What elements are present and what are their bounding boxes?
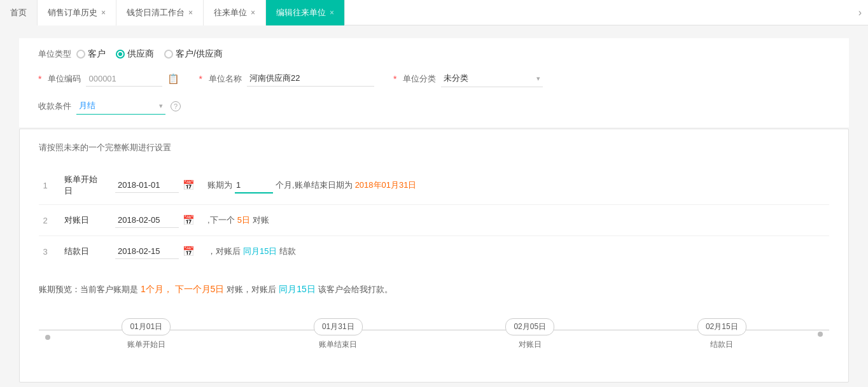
unit-name-input[interactable] <box>247 71 374 87</box>
step-suffix-1: 账期为 个月,账单结束日期为 2018年01月31日 <box>207 178 416 194</box>
unit-category-required: * <box>393 74 396 84</box>
tab-sales-order-history[interactable]: 销售订单历史 × <box>38 0 116 25</box>
unit-category-value: 未分类 <box>444 73 534 84</box>
unit-name-field: * 单位名称 <box>199 71 374 87</box>
tabs-arrow[interactable]: › <box>852 7 868 18</box>
preview-5: 该客户会给我打款。 <box>318 285 393 294</box>
payment-value: 月结 <box>79 100 157 111</box>
tab-partner-label: 往来单位 <box>214 7 247 18</box>
unit-code-copy-icon[interactable]: 📋 <box>167 73 179 85</box>
unit-type-radio-group: 客户 供应商 客户/供应商 <box>76 48 223 60</box>
tab-cash-work-close[interactable]: × <box>188 8 193 17</box>
preview-1: 1个月， <box>141 284 172 294</box>
steps-table: 1 账单开始日 📅 账期为 个月,账单结束日期为 2018年01月31日 2 对… <box>39 166 829 267</box>
unit-category-dropdown[interactable]: 未分类 ▾ <box>441 70 543 87</box>
timeline-label-3: 对账日 <box>519 339 542 350</box>
unit-category-field: * 单位分类 未分类 ▾ <box>393 70 543 87</box>
step-date-group-3: 📅 <box>115 244 195 259</box>
tabs-bar: 首页 销售订单历史 × 钱货日清工作台 × 往来单位 × 编辑往来单位 × › <box>0 0 868 25</box>
step-row-2: 2 对账日 📅 ,下一个 5日 对账 <box>39 205 829 236</box>
step-cal-icon-2[interactable]: 📅 <box>183 215 195 226</box>
payment-help-icon[interactable]: ? <box>171 101 181 111</box>
step-suffix-end-2: 对账 <box>253 215 269 226</box>
unit-code-input[interactable] <box>86 71 162 87</box>
step-suffix-after-1: 个月,账单结束日期为 <box>276 179 353 191</box>
timeline-node-2: 01月31日 <box>314 318 363 335</box>
preview-label: 账期预览：当前客户账期是 <box>39 285 138 294</box>
payment-field: 收款条件 月结 ▾ ? <box>38 97 181 115</box>
step-highlight-mid-3: 同月15日 <box>243 246 277 257</box>
timeline-dot-left <box>45 335 50 340</box>
step-cal-icon-3[interactable]: 📅 <box>183 246 195 257</box>
timeline: 01月01日 账单开始日 01月31日 账单结束日 02月05日 对账日 02月… <box>39 312 829 369</box>
step-period-input[interactable] <box>235 178 273 194</box>
timeline-point-1: 01月01日 账单开始日 <box>122 318 171 350</box>
step-num-1: 1 <box>39 181 52 190</box>
step-name-1: 账单开始日 <box>64 174 102 197</box>
step-num-3: 3 <box>39 247 52 257</box>
tab-home[interactable]: 首页 <box>0 0 38 25</box>
step-highlight-mid-2: 5日 <box>237 215 250 226</box>
timeline-point-2: 01月31日 账单结束日 <box>314 318 363 350</box>
unit-type-field: 单位类型 客户 供应商 客户/供应商 <box>38 48 223 60</box>
step-suffix-2: ,下一个 5日 对账 <box>207 215 269 226</box>
step-date-input-3[interactable] <box>115 244 179 259</box>
tab-cash-work[interactable]: 钱货日清工作台 × <box>116 0 204 25</box>
step-name-2: 对账日 <box>64 215 102 226</box>
step-suffix-end-3: 结款 <box>279 246 296 257</box>
radio-customer[interactable]: 客户 <box>76 48 106 60</box>
card-section: 请按照未来的一个完整帐期进行设置 1 账单开始日 📅 账期为 个月,账单结束日期… <box>19 129 849 383</box>
tab-sales-order-history-label: 销售订单历史 <box>48 7 97 18</box>
radio-both-label: 客户/供应商 <box>176 48 223 60</box>
timeline-label-2: 账单结束日 <box>319 339 357 350</box>
step-suffix-before-1: 账期为 <box>207 179 232 191</box>
radio-supplier-circle <box>116 50 125 59</box>
step-cal-icon-1[interactable]: 📅 <box>183 179 195 191</box>
unit-code-required: * <box>38 74 41 84</box>
timeline-node-4: 02月15日 <box>697 318 746 335</box>
preview-section: 账期预览：当前客户账期是 1个月， 下一个月5日 对账，对账后 同月15日 该客… <box>39 282 829 297</box>
step-name-3: 结款日 <box>64 246 102 257</box>
timeline-node-3: 02月05日 <box>505 318 554 335</box>
unit-category-label: 单位分类 <box>403 73 436 85</box>
unit-name-required: * <box>199 74 202 84</box>
radio-both[interactable]: 客户/供应商 <box>164 48 223 60</box>
step-date-input-1[interactable] <box>115 178 179 193</box>
step-highlight-date-1: 2018年01月31日 <box>355 179 417 191</box>
unit-type-label: 单位类型 <box>38 48 71 60</box>
payment-arrow-icon: ▾ <box>159 102 163 110</box>
timeline-points: 01月01日 账单开始日 01月31日 账单结束日 02月05日 对账日 02月… <box>50 318 818 350</box>
radio-supplier-label: 供应商 <box>127 48 154 60</box>
radio-supplier[interactable]: 供应商 <box>116 48 154 60</box>
step-date-group-2: 📅 <box>115 213 195 228</box>
main-content: 单位类型 客户 供应商 客户/供应商 <box>0 25 868 387</box>
step-date-group-1: 📅 <box>115 178 195 193</box>
step-prefix-2: ,下一个 <box>207 215 235 226</box>
tab-home-label: 首页 <box>10 7 27 18</box>
tab-partner[interactable]: 往来单位 × <box>204 0 266 25</box>
tab-edit-partner[interactable]: 编辑往来单位 × <box>266 0 345 25</box>
timeline-label-1: 账单开始日 <box>127 339 165 350</box>
tab-cash-work-label: 钱货日清工作台 <box>127 7 185 18</box>
radio-both-circle <box>164 50 173 59</box>
tab-edit-partner-label: 编辑往来单位 <box>276 7 326 18</box>
tab-partner-close[interactable]: × <box>251 8 255 17</box>
payment-dropdown[interactable]: 月结 ▾ <box>76 97 165 115</box>
timeline-point-4: 02月15日 结款日 <box>697 318 746 350</box>
timeline-label-4: 结款日 <box>710 339 733 350</box>
radio-customer-circle <box>76 50 85 59</box>
tab-sales-order-history-close[interactable]: × <box>101 8 106 17</box>
step-date-input-2[interactable] <box>115 213 179 228</box>
step-suffix-3: ，对账后 同月15日 结款 <box>207 246 296 257</box>
tab-edit-partner-close[interactable]: × <box>330 8 334 17</box>
payment-label: 收款条件 <box>38 101 71 112</box>
unit-category-arrow-icon: ▾ <box>536 74 540 83</box>
timeline-point-3: 02月05日 对账日 <box>505 318 554 350</box>
unit-code-field: * 单位编码 📋 <box>38 71 179 87</box>
step-row-1: 1 账单开始日 📅 账期为 个月,账单结束日期为 2018年01月31日 <box>39 166 829 205</box>
preview-4: 同月15日 <box>279 284 316 294</box>
step-num-2: 2 <box>39 216 52 225</box>
step-row-3: 3 结款日 📅 ，对账后 同月15日 结款 <box>39 236 829 267</box>
preview-2: 下一个月5日 <box>175 284 225 294</box>
radio-customer-label: 客户 <box>88 48 106 60</box>
